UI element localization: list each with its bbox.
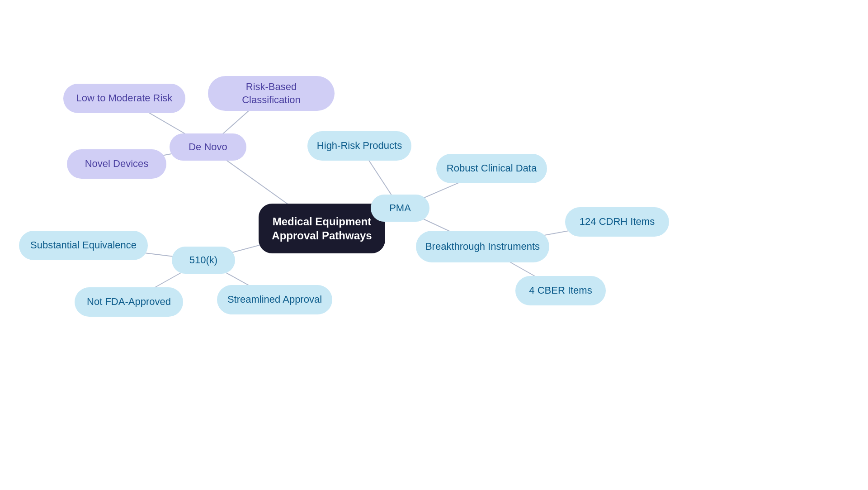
- node-breakthrough: Breakthrough Instruments: [416, 231, 549, 262]
- node-highRisk: High-Risk Products: [307, 131, 411, 161]
- node-center: Medical Equipment Approval Pathways: [259, 204, 385, 253]
- node-cdrh: 124 CDRH Items: [565, 207, 669, 237]
- node-lowRisk: Low to Moderate Risk: [63, 84, 185, 113]
- diagram-container: Medical Equipment Approval PathwaysDe No…: [0, 0, 868, 490]
- node-fivetenk: 510(k): [172, 247, 235, 274]
- node-substantialEq: Substantial Equivalence: [19, 231, 148, 260]
- node-riskBased: Risk-Based Classification: [208, 76, 335, 111]
- node-pma: PMA: [371, 195, 429, 222]
- node-notFDA: Not FDA-Approved: [75, 287, 183, 317]
- node-deNovo: De Novo: [170, 133, 246, 161]
- node-robustClinical: Robust Clinical Data: [436, 154, 547, 183]
- node-streamlined: Streamlined Approval: [217, 285, 332, 314]
- node-novelDevices: Novel Devices: [67, 149, 166, 179]
- node-cber: 4 CBER Items: [515, 276, 606, 305]
